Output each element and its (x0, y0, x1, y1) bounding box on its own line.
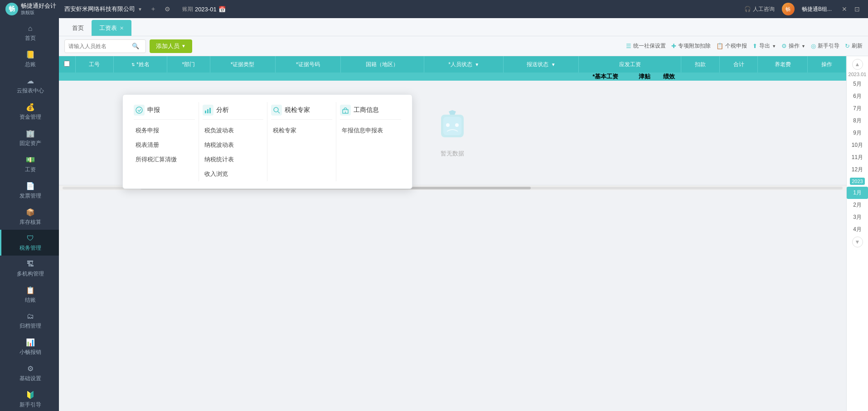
company-selector[interactable]: 西安虾米网络科技有限公司 ▼ (64, 5, 142, 13)
th-allowance: 津贴 (632, 73, 657, 81)
report-status-filter-icon[interactable]: ▼ (551, 62, 556, 67)
th-performance: 绩效 (657, 73, 681, 81)
guide-btn[interactable]: ◎ 新手引导 (811, 42, 839, 50)
add-person-button[interactable]: 添加人员 ▼ (150, 39, 192, 53)
guide-icon: 🔰 (26, 391, 35, 399)
empty-text: 暂无数据 (441, 150, 464, 158)
th-pension: 养老费 (758, 56, 808, 73)
toolbar-actions: ☰ 统一社保设置 ✚ 专项附加扣除 📋 个税申报 ⬆ 导出 ▼ ⚙ (626, 42, 863, 50)
sidebar-label-assets: 固定资产 (19, 140, 41, 147)
sidebar-item-assets[interactable]: 🏢 固定资产 (0, 125, 59, 151)
timeline-down-icon[interactable]: ▼ (852, 237, 863, 247)
tax-return-btn[interactable]: 📋 个税申报 (716, 42, 747, 50)
declaration-header-label: 申报 (147, 106, 160, 114)
main-layout: ⌂ 首页 📒 总账 ☁ 云报表中心 💰 资金管理 🏢 固定资产 💵 工资 📄 发… (0, 18, 868, 411)
th-person-status: *人员状态 ▼ (424, 56, 504, 73)
timeline-up-icon[interactable]: ▲ (852, 59, 863, 70)
logo: 畅 畅捷通好会计 旗舰版 (5, 2, 64, 16)
dropdown-item-income-calc[interactable]: 所得税汇算清缴 (134, 152, 195, 167)
sidebar-item-guide[interactable]: 🔰 新手引导 (0, 386, 59, 411)
tab-close-icon[interactable]: ✕ (120, 25, 124, 31)
dropdown-col-tax-expert: 税检专家 税检专家 (267, 102, 336, 181)
app-name: 畅捷通好会计 (21, 2, 56, 10)
sidebar-item-tax[interactable]: 🛡 税务管理 (0, 230, 59, 256)
person-status-filter-icon[interactable]: ▼ (475, 62, 479, 67)
sidebar-item-close[interactable]: 📋 结账 (0, 281, 59, 308)
search-wrap: 🔍 (64, 39, 146, 53)
timeline-month-12[interactable]: 12月 (847, 164, 868, 176)
social-label: 统一社保设置 (633, 42, 666, 50)
search-input[interactable] (68, 43, 132, 49)
th-sub-spacer (59, 73, 579, 81)
select-all-checkbox[interactable] (64, 61, 70, 67)
sidebar-item-ledger[interactable]: 📒 总账 (0, 46, 59, 72)
headset-icon: 🎧 (744, 6, 751, 12)
timeline-month-4[interactable]: 4月 (847, 223, 868, 236)
sidebar-item-xiao[interactable]: 📊 小畅报销 (0, 334, 59, 360)
social-settings-btn[interactable]: ☰ 统一社保设置 (626, 42, 666, 50)
sidebar-label-invoice: 发票管理 (19, 192, 41, 200)
sidebar-label-ledger: 总账 (25, 61, 36, 68)
service-btn[interactable]: 🎧 人工咨询 (744, 5, 775, 13)
maximize-window-icon[interactable]: ⊡ (852, 5, 863, 14)
timeline-month-5[interactable]: 5月 (847, 78, 868, 90)
period-value: 2023-01 (195, 6, 217, 13)
sidebar-item-payroll[interactable]: 💵 工资 (0, 151, 59, 177)
sidebar-item-cloud[interactable]: ☁ 云报表中心 (0, 72, 59, 98)
add-company-icon[interactable]: ＋ (148, 4, 159, 15)
calendar-icon[interactable]: 📅 (218, 6, 226, 13)
timeline-month-7[interactable]: 7月 (847, 102, 868, 115)
dropdown-header-declaration: 申报 (134, 102, 195, 120)
th-id-number: *证据号码 (275, 56, 340, 73)
timeline-month-6[interactable]: 6月 (847, 90, 868, 102)
sidebar-item-settings[interactable]: ⚙ 基础设置 (0, 360, 59, 386)
settings-icon[interactable]: ⚙ (162, 4, 173, 15)
timeline-year-2023-top: 2023.01 (849, 71, 867, 78)
sidebar-item-inventory[interactable]: 📦 库存核算 (0, 203, 59, 230)
operate-btn[interactable]: ⚙ 操作 ▼ (781, 42, 805, 50)
th-payable-wages: 应发工资 (579, 56, 681, 73)
sidebar-item-archive[interactable]: 🗂 归档管理 (0, 308, 59, 334)
period-label: 账期 (182, 5, 193, 13)
svg-rect-8 (209, 108, 211, 113)
close-window-icon[interactable]: ✕ (839, 5, 850, 14)
sidebar-item-home[interactable]: ⌂ 首页 (0, 20, 59, 46)
dropdown-item-tax-declaration[interactable]: 税务申报 (134, 123, 195, 138)
sidebar-item-multi[interactable]: 🏗 多机构管理 (0, 256, 59, 281)
timeline-month-9[interactable]: 9月 (847, 127, 868, 139)
dropdown-item-vat-wave[interactable]: 纳税波动表 (203, 138, 264, 152)
timeline-month-11[interactable]: 11月 (847, 151, 868, 164)
special-deduct-btn[interactable]: ✚ 专项附加扣除 (671, 42, 711, 50)
dropdown-item-tax-table[interactable]: 税表清册 (134, 138, 195, 152)
tab-payroll-label: 工资表 (99, 24, 117, 32)
user-avatar: 畅 (782, 3, 795, 15)
tab-home-label: 首页 (72, 24, 84, 32)
timeline-month-2[interactable]: 2月 (847, 199, 868, 211)
timeline-month-1[interactable]: 1月 (847, 187, 868, 199)
add-btn-arrow-icon: ▼ (181, 44, 186, 48)
refresh-btn[interactable]: ↻ 刷新 (845, 42, 863, 50)
business-header-icon (340, 105, 351, 116)
dropdown-item-income-browse[interactable]: 收入浏览 (203, 167, 264, 181)
xiao-icon: 📊 (26, 338, 35, 347)
timeline-month-3[interactable]: 3月 (847, 211, 868, 223)
user-name[interactable]: 畅捷通B组... (802, 5, 832, 13)
top-bar: 畅 畅捷通好会计 旗舰版 西安虾米网络科技有限公司 ▼ ＋ ⚙ 账期 2023-… (0, 0, 868, 18)
dropdown-item-tax-burden[interactable]: 税负波动表 (203, 123, 264, 138)
tab-payroll-table[interactable]: 工资表 ✕ (92, 20, 131, 36)
dropdown-item-tax-check[interactable]: 税检专家 (271, 123, 332, 138)
svg-rect-6 (205, 111, 206, 113)
timeline-month-8[interactable]: 8月 (847, 115, 868, 127)
svg-rect-7 (207, 109, 209, 113)
tab-home[interactable]: 首页 (64, 20, 92, 36)
dropdown-item-annual-report[interactable]: 年报信息申报表 (340, 123, 402, 138)
sidebar-item-invoice[interactable]: 📄 发票管理 (0, 177, 59, 203)
sidebar-label-capital: 资金管理 (19, 113, 41, 121)
export-btn[interactable]: ⬆ 导出 ▼ (752, 42, 776, 50)
dropdown-item-tax-stats[interactable]: 纳税统计表 (203, 152, 264, 167)
th-id-type: *证据类型 (210, 56, 275, 73)
timeline-month-10[interactable]: 10月 (847, 139, 868, 151)
settings-sidebar-icon: ⚙ (27, 364, 34, 373)
sidebar-label-archive: 归档管理 (19, 322, 41, 330)
sidebar-item-capital[interactable]: 💰 资金管理 (0, 98, 59, 125)
